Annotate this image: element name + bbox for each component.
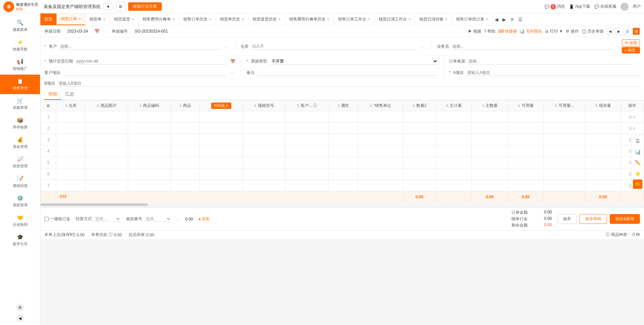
tab-close-icon[interactable]: ✕ [209, 17, 212, 21]
sidebar-item-guide[interactable]: 🎓 新手引导 [0, 231, 40, 250]
cell-current[interactable] [585, 168, 621, 180]
th-spec[interactable]: ⇅ 规格型号 [243, 100, 286, 111]
cell-attr[interactable] [329, 123, 358, 134]
cell-current[interactable] [585, 134, 621, 146]
cell-product[interactable] [171, 146, 200, 157]
cell-main-unit[interactable] [436, 123, 472, 134]
th-available[interactable]: ⇅ 可用量 [508, 100, 544, 111]
add-product-btn[interactable]: + 物流 [622, 47, 640, 53]
cell-customer-code[interactable] [285, 134, 329, 146]
sidebar-item-purchase[interactable]: 🛒 采购管理 [0, 94, 40, 114]
cell-code[interactable] [128, 157, 171, 168]
cell-code[interactable] [128, 134, 171, 146]
order-source-input[interactable] [467, 58, 632, 65]
tab-close-icon[interactable]: ✕ [368, 17, 370, 21]
cell-attr[interactable] [329, 111, 358, 123]
cell-current[interactable] [585, 180, 621, 191]
cell-spec[interactable] [243, 180, 286, 191]
tab-expense-history[interactable]: 销售费用分摊单历史 ✕ [285, 13, 334, 25]
delete-icon[interactable]: 🗑 [629, 115, 633, 119]
one-click-input[interactable] [44, 217, 49, 221]
sidebar-item-basic-info[interactable]: 📝 基础信息 [0, 172, 40, 192]
th-main-unit[interactable]: ⇅ 主计量 [436, 100, 472, 111]
th-customer-code[interactable]: ⇅ 客户... ⓘ [285, 100, 329, 111]
cell-main-qty[interactable] [472, 111, 508, 123]
th-product[interactable]: ⇅ 商品 [171, 100, 200, 111]
cell-current[interactable] [585, 146, 621, 157]
tab-sales-return[interactable]: 销货退货 ✕ [110, 13, 139, 25]
cell-available2[interactable] [543, 157, 585, 168]
cell-available[interactable] [508, 134, 544, 146]
tab-close-all-btn[interactable]: ✕ [508, 17, 516, 22]
cell-main-qty[interactable] [472, 157, 508, 168]
tab-close-icon[interactable]: ✕ [408, 17, 411, 21]
cell-main-qty[interactable] [472, 146, 508, 157]
cell-customer-code[interactable] [285, 180, 329, 191]
salesperson-dots-btn[interactable]: ··· [615, 44, 622, 49]
cell-scan[interactable] [200, 168, 243, 180]
tab-prev-btn[interactable]: ◀ [493, 17, 500, 22]
cell-qty2[interactable] [403, 134, 436, 146]
cell-image[interactable] [85, 157, 128, 168]
tab-order-workbench[interactable]: 销售订单工作台 ✕ [334, 13, 375, 25]
sidebar-item-inventory[interactable]: 📦 库存核算 [0, 114, 40, 133]
list-view-btn[interactable]: ☰ [624, 28, 631, 35]
th-warehouse[interactable]: ⇅ 仓库 [56, 100, 85, 111]
float-btn-2[interactable]: 📊 [633, 147, 642, 157]
tab-close-icon[interactable]: ✕ [131, 17, 134, 21]
cell-main-unit[interactable] [436, 157, 472, 168]
cell-main-unit[interactable] [436, 111, 472, 123]
cell-customer-code[interactable] [285, 123, 329, 134]
cell-available[interactable] [508, 111, 544, 123]
sidebar-collapse-btn[interactable]: ⚙ [16, 303, 24, 312]
cell-main-unit[interactable] [436, 168, 472, 180]
th-available2[interactable]: ⇅ 可用量... [543, 100, 585, 111]
scan-btn[interactable]: 扫码录入 [211, 103, 231, 109]
cell-available2[interactable] [543, 111, 585, 123]
cell-product[interactable] [171, 168, 200, 180]
tab-stats[interactable]: 销售订单统计表 ✕ [452, 13, 493, 25]
cell-main-unit[interactable] [436, 146, 472, 157]
sidebar-item-search[interactable]: 🔍 搜索菜单 [0, 16, 40, 36]
cell-available[interactable] [508, 146, 544, 157]
tab-close-icon[interactable]: ✕ [78, 17, 81, 21]
tab-close-icon[interactable]: ✕ [327, 17, 330, 21]
help-btn[interactable]: ? 帮助 [484, 29, 495, 34]
cell-main-qty[interactable] [472, 123, 508, 134]
tab-close-icon[interactable]: ✕ [486, 17, 488, 21]
cell-customer-code[interactable] [285, 157, 329, 168]
cell-warehouse[interactable] [56, 157, 85, 168]
cell-warehouse[interactable] [56, 180, 85, 191]
grid-view-btn[interactable]: ⊞ [633, 28, 640, 35]
cell-unit[interactable] [358, 180, 403, 191]
cell-available2[interactable] [543, 123, 585, 134]
settings-gear-btn[interactable]: ⚙ [116, 2, 125, 11]
cell-warehouse[interactable] [56, 134, 85, 146]
cell-image[interactable] [85, 134, 128, 146]
float-btn-1[interactable]: ☰ [633, 136, 642, 146]
tab-home[interactable]: 首页 [40, 13, 57, 25]
cell-attr[interactable] [329, 146, 358, 157]
tab-reconcile[interactable]: 钱货日清对账 ✕ [415, 13, 452, 25]
solution-button[interactable]: 体验行业方案 [128, 2, 162, 11]
sidebar-item-management[interactable]: 📈 经营管理 [0, 153, 40, 172]
cell-warehouse[interactable] [56, 111, 85, 123]
system-title-dropdown[interactable]: ▼ [103, 3, 113, 10]
cell-spec[interactable] [243, 111, 286, 123]
cell-spec[interactable] [243, 157, 286, 168]
history-btn[interactable]: 📋 历史单据 [581, 29, 604, 34]
customer-dots-btn[interactable]: ··· [223, 44, 230, 49]
copy-icon[interactable]: ⊕ [633, 126, 636, 131]
account-select[interactable]: 选择... [144, 216, 171, 222]
sidebar-item-marketing[interactable]: 📢 营销推广 [0, 55, 40, 75]
save-draft-button[interactable]: 保存草稿 [579, 214, 607, 224]
cell-spec[interactable] [243, 146, 286, 157]
cell-image[interactable] [85, 180, 128, 191]
tab-menu-btn[interactable]: ☰ [516, 17, 525, 22]
settings-btn[interactable]: ⚙ ⚙ 设置 [622, 39, 640, 46]
user-avatar[interactable] [620, 3, 629, 11]
cell-qty2[interactable] [403, 180, 436, 191]
customer-input[interactable] [59, 43, 221, 50]
tab-close-icon[interactable]: ✕ [241, 17, 244, 21]
tab-close-icon[interactable]: ✕ [103, 17, 106, 21]
